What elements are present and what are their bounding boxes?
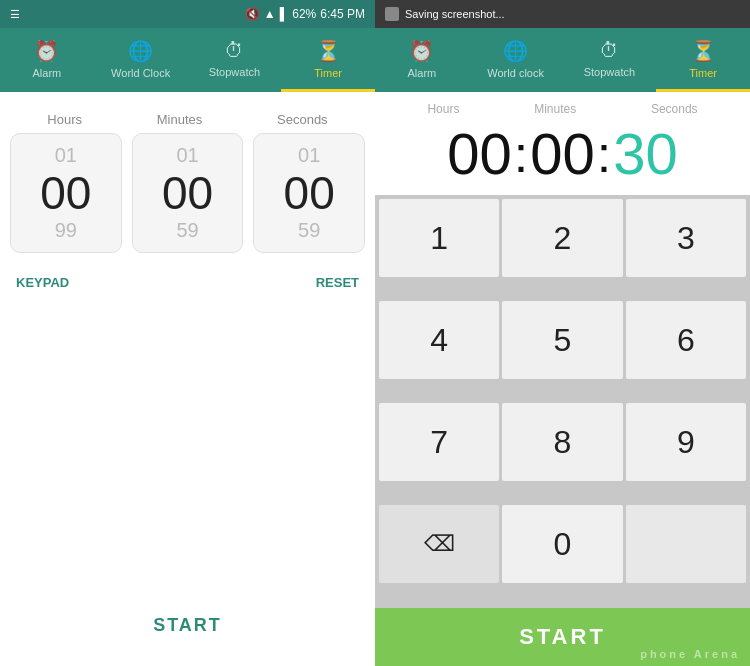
tab-timer-label-right: Timer xyxy=(689,67,717,79)
keypad-button[interactable]: KEYPAD xyxy=(16,275,69,290)
menu-icon: ☰ xyxy=(10,8,20,21)
screenshot-icon xyxy=(385,7,399,21)
reset-button[interactable]: RESET xyxy=(316,275,359,290)
status-bar-left: ☰ 🔇 ▲ ▌ 62% 6:45 PM xyxy=(0,0,375,28)
tab-alarm-label-left: Alarm xyxy=(33,67,62,79)
tab-worldclock-left[interactable]: 🌐 World Clock xyxy=(94,28,188,92)
worldclock-icon: 🌐 xyxy=(128,39,153,63)
colon-right: : xyxy=(597,124,611,184)
hours-bottom: 99 xyxy=(55,219,77,242)
scroll-section: Hours Minutes Seconds 01 00 99 01 00 59 … xyxy=(0,92,375,263)
battery-label: 62% xyxy=(292,7,316,21)
colon-left: : xyxy=(514,124,528,184)
tab-alarm-label-right: Alarm xyxy=(408,67,437,79)
start-btn-container-left: START xyxy=(153,615,222,636)
key-5[interactable]: 5 xyxy=(502,301,622,379)
key-2[interactable]: 2 xyxy=(502,199,622,277)
hours-label-left: Hours xyxy=(47,112,82,127)
alarm-icon: ⏰ xyxy=(34,39,59,63)
tab-worldclock-label-left: World Clock xyxy=(111,67,170,79)
left-panel: ☰ 🔇 ▲ ▌ 62% 6:45 PM ⏰ Alarm 🌐 World Cloc… xyxy=(0,0,375,666)
mute-icon: 🔇 xyxy=(245,7,260,21)
keypad-grid: 1 2 3 4 5 6 7 8 9 ⌫ 0 xyxy=(375,195,750,608)
tab-bar-left: ⏰ Alarm 🌐 World Clock ⏱ Stopwatch ⏳ Time… xyxy=(0,28,375,92)
tab-bar-right: ⏰ Alarm 🌐 World clock ⏱ Stopwatch ⏳ Time… xyxy=(375,28,750,92)
hours-digit: 00 xyxy=(447,120,512,187)
tab-timer-left[interactable]: ⏳ Timer xyxy=(281,28,375,92)
right-panel: Saving screenshot... ⏰ Alarm 🌐 World clo… xyxy=(375,0,750,666)
key-7[interactable]: 7 xyxy=(379,403,499,481)
timer-icon-left: ⏳ xyxy=(316,39,341,63)
watermark: phone Arena xyxy=(640,648,740,660)
tab-stopwatch-label-left: Stopwatch xyxy=(209,66,260,78)
tab-stopwatch-label-right: Stopwatch xyxy=(584,66,635,78)
tab-worldclock-right[interactable]: 🌐 World clock xyxy=(469,28,563,92)
seconds-bottom: 59 xyxy=(298,219,320,242)
minutes-main: 00 xyxy=(162,166,213,220)
key-empty xyxy=(626,505,746,583)
minutes-top: 01 xyxy=(176,144,198,167)
hours-col-label: Hours xyxy=(427,102,459,116)
timer-col-labels: Hours Minutes Seconds xyxy=(390,102,735,116)
start-button-left[interactable]: START xyxy=(153,615,222,635)
status-left: ☰ xyxy=(10,8,20,21)
seconds-col-label: Seconds xyxy=(651,102,698,116)
worldclock-icon-right: 🌐 xyxy=(503,39,528,63)
minutes-digit: 00 xyxy=(530,120,595,187)
stopwatch-icon: ⏱ xyxy=(224,39,244,62)
key-3[interactable]: 3 xyxy=(626,199,746,277)
signal-icon: ▌ xyxy=(280,7,289,21)
hours-top: 01 xyxy=(55,144,77,167)
wifi-icon: ▲ xyxy=(264,7,276,21)
key-0[interactable]: 0 xyxy=(502,505,622,583)
alarm-icon-right: ⏰ xyxy=(409,39,434,63)
minutes-bottom: 59 xyxy=(176,219,198,242)
minutes-wheel[interactable]: 01 00 59 xyxy=(132,133,244,253)
start-button-right[interactable]: START phone Arena xyxy=(375,608,750,666)
seconds-top: 01 xyxy=(298,144,320,167)
tab-stopwatch-left[interactable]: ⏱ Stopwatch xyxy=(188,28,282,92)
start-label-right: START xyxy=(519,624,606,650)
tab-timer-label-left: Timer xyxy=(314,67,342,79)
tab-timer-right[interactable]: ⏳ Timer xyxy=(656,28,750,92)
seconds-wheel[interactable]: 01 00 59 xyxy=(253,133,365,253)
key-6[interactable]: 6 xyxy=(626,301,746,379)
timer-display: Hours Minutes Seconds 00 : 00 : 30 xyxy=(375,92,750,195)
time-label: 6:45 PM xyxy=(320,7,365,21)
status-right: 🔇 ▲ ▌ 62% 6:45 PM xyxy=(245,7,365,21)
tab-stopwatch-right[interactable]: ⏱ Stopwatch xyxy=(563,28,657,92)
key-1[interactable]: 1 xyxy=(379,199,499,277)
action-row: KEYPAD RESET xyxy=(0,267,375,298)
tab-alarm-right[interactable]: ⏰ Alarm xyxy=(375,28,469,92)
tab-alarm-left[interactable]: ⏰ Alarm xyxy=(0,28,94,92)
seconds-main: 00 xyxy=(284,166,335,220)
tab-worldclock-label-right: World clock xyxy=(487,67,544,79)
seconds-label-left: Seconds xyxy=(277,112,328,127)
scroll-wheels: 01 00 99 01 00 59 01 00 59 xyxy=(10,133,365,253)
minutes-col-label: Minutes xyxy=(534,102,576,116)
key-4[interactable]: 4 xyxy=(379,301,499,379)
stopwatch-icon-right: ⏱ xyxy=(599,39,619,62)
seconds-digit: 30 xyxy=(613,120,678,187)
scroll-labels: Hours Minutes Seconds xyxy=(10,112,365,127)
hours-wheel[interactable]: 01 00 99 xyxy=(10,133,122,253)
key-9[interactable]: 9 xyxy=(626,403,746,481)
backspace-button[interactable]: ⌫ xyxy=(379,505,499,583)
hours-main: 00 xyxy=(40,166,91,220)
timer-digits: 00 : 00 : 30 xyxy=(447,120,677,187)
timer-icon-right: ⏳ xyxy=(691,39,716,63)
saving-text: Saving screenshot... xyxy=(405,8,505,20)
key-8[interactable]: 8 xyxy=(502,403,622,481)
minutes-label-left: Minutes xyxy=(157,112,203,127)
saving-bar: Saving screenshot... xyxy=(375,0,750,28)
